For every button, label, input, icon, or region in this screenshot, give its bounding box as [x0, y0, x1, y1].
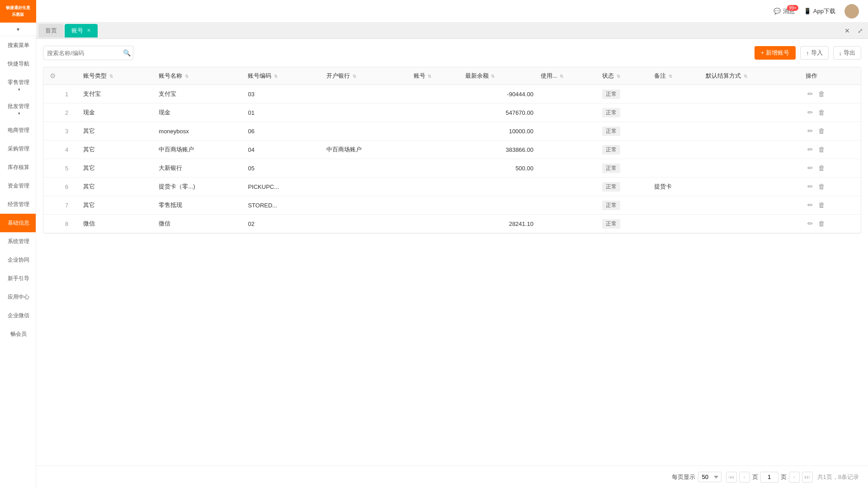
sort-icon: ⇅	[428, 74, 431, 79]
sidebar-item-inventory[interactable]: 库存核算	[0, 158, 36, 177]
edit-button[interactable]: ✏	[806, 89, 815, 99]
row-num: 7	[61, 196, 80, 215]
delete-button[interactable]: 🗑	[816, 182, 827, 191]
toolbar: 🔍 + 新增账号 ↑ 导入 ↓ 导出	[43, 46, 861, 60]
page-label: 页	[752, 473, 758, 481]
row-type: 其它	[80, 159, 155, 178]
arrow-icon: ▾	[18, 111, 20, 116]
edit-button[interactable]: ✏	[806, 219, 815, 229]
col-bank-label: 开户银行	[326, 72, 350, 79]
col-account[interactable]: 账号 ⇅	[410, 67, 462, 85]
delete-button[interactable]: 🗑	[816, 200, 827, 210]
row-settle	[702, 122, 802, 141]
row-usage	[537, 215, 599, 233]
tab-close-all-button[interactable]: ✕	[842, 25, 853, 36]
sidebar-item-ecom-mgmt[interactable]: 电商管理	[0, 121, 36, 140]
sidebar-item-ops-mgmt[interactable]: 经营管理	[0, 195, 36, 214]
sidebar-item-wholesale-mgmt[interactable]: 批发管理 ▾	[0, 97, 36, 121]
delete-button[interactable]: 🗑	[816, 126, 827, 136]
pager-next-button[interactable]: ›	[789, 472, 800, 483]
delete-button[interactable]: 🗑	[816, 219, 827, 228]
tab-expand-button[interactable]: ⤢	[855, 25, 866, 36]
sidebar-item-finance-mgmt[interactable]: 资金管理	[0, 177, 36, 195]
sort-icon: ⇅	[744, 74, 747, 79]
edit-button[interactable]: ✏	[806, 200, 815, 210]
table-row: 7 其它 零售抵现 STORED... 正常 ✏ 🗑	[43, 196, 861, 215]
sidebar-item-label: 批发管理	[8, 103, 29, 110]
export-button[interactable]: ↓ 导出	[833, 46, 862, 60]
row-usage	[537, 103, 599, 122]
page-input[interactable]	[760, 472, 778, 483]
row-action: ✏ 🗑	[802, 85, 861, 103]
sidebar-item-label: 快捷导航	[8, 60, 29, 68]
import-button[interactable]: ↑ 导入	[800, 46, 829, 60]
col-type[interactable]: 账号类型 ⇅	[80, 67, 155, 85]
row-type: 其它	[80, 122, 155, 141]
message-button[interactable]: 💬 消息 99+	[774, 7, 795, 15]
delete-button[interactable]: 🗑	[816, 89, 827, 99]
col-settle[interactable]: 默认结算方式 ⇅	[702, 67, 802, 85]
row-settings	[43, 141, 61, 159]
sidebar-item-retail-mgmt[interactable]: 零售管理 ▾	[0, 73, 36, 97]
sidebar-item-sys-mgmt[interactable]: 系统管理	[0, 232, 36, 251]
row-status: 正常	[599, 85, 651, 103]
sidebar-item-app-center[interactable]: 应用中心	[0, 288, 36, 306]
edit-button[interactable]: ✏	[806, 163, 815, 173]
row-note	[651, 85, 702, 103]
page-content: 🔍 + 新增账号 ↑ 导入 ↓ 导出 ⚙	[36, 39, 868, 465]
delete-button[interactable]: 🗑	[816, 163, 827, 173]
edit-button[interactable]: ✏	[806, 126, 815, 136]
row-settings	[43, 196, 61, 215]
sidebar-item-search-menu[interactable]: 搜索菜单	[0, 36, 36, 55]
sidebar-item-quick-nav[interactable]: 快捷导航	[0, 55, 36, 73]
sidebar-item-biz-agreement[interactable]: 企业协同	[0, 251, 36, 269]
sidebar-dropdown[interactable]: ▾	[0, 23, 36, 36]
row-bank: 中百商场账户	[323, 141, 410, 159]
message-icon: 💬	[774, 8, 781, 14]
col-usage[interactable]: 使用... ⇅	[537, 67, 599, 85]
row-action: ✏ 🗑	[802, 141, 861, 159]
arrow-icon: ▾	[18, 87, 20, 92]
row-code: STORED...	[244, 196, 322, 215]
user-avatar[interactable]	[844, 4, 859, 19]
sidebar-item-biz-wechat[interactable]: 企业微信	[0, 306, 36, 325]
tab-close-icon[interactable]: ✕	[87, 28, 91, 33]
tab-account[interactable]: 账号 ✕	[65, 24, 98, 38]
import-label: 导入	[811, 49, 823, 57]
tab-home[interactable]: 首页	[38, 24, 64, 38]
search-input[interactable]	[47, 50, 123, 56]
row-bank	[323, 103, 410, 122]
pager-prev-button[interactable]: ‹	[739, 472, 750, 483]
search-icon[interactable]: 🔍	[123, 49, 131, 56]
edit-button[interactable]: ✏	[806, 108, 815, 117]
pager-first-button[interactable]: ⏮	[726, 472, 737, 483]
settings-gear-icon[interactable]: ⚙	[50, 72, 56, 80]
col-name[interactable]: 账号名称 ⇅	[155, 67, 244, 85]
delete-button[interactable]: 🗑	[816, 108, 827, 117]
sidebar-item-label: 基础信息	[8, 219, 29, 227]
col-status[interactable]: 状态 ⇅	[599, 67, 651, 85]
app-download-button[interactable]: 📱 App下载	[804, 7, 835, 15]
row-balance: 547670.00	[462, 103, 537, 122]
row-settings	[43, 122, 61, 141]
col-bank[interactable]: 开户银行 ⇅	[323, 67, 410, 85]
pager-last-button[interactable]: ⏭	[802, 472, 813, 483]
sidebar-item-label: 畅会员	[10, 330, 27, 338]
col-note[interactable]: 备注 ⇅	[651, 67, 702, 85]
col-balance[interactable]: 最新余额 ⇅	[462, 67, 537, 85]
delete-button[interactable]: 🗑	[816, 145, 827, 154]
table-row: 8 微信 微信 02 28241.10 正常 ✏ 🗑	[43, 215, 861, 233]
edit-button[interactable]: ✏	[806, 145, 815, 155]
search-box[interactable]: 🔍	[43, 46, 133, 60]
edit-button[interactable]: ✏	[806, 182, 815, 192]
sidebar-item-beginner-guide[interactable]: 新手引导	[0, 269, 36, 288]
col-code[interactable]: 账号编码 ⇅	[244, 67, 322, 85]
row-status: 正常	[599, 196, 651, 215]
sidebar-item-vip[interactable]: 畅会员	[0, 325, 36, 343]
page-size-dropdown[interactable]: 50 20 100	[698, 472, 722, 482]
row-usage	[537, 122, 599, 141]
sidebar-item-basic-info[interactable]: 基础信息	[0, 214, 36, 232]
col-settings[interactable]: ⚙	[43, 67, 61, 85]
add-account-button[interactable]: + 新增账号	[755, 46, 796, 60]
sidebar-item-purchase-mgmt[interactable]: 采购管理	[0, 140, 36, 158]
